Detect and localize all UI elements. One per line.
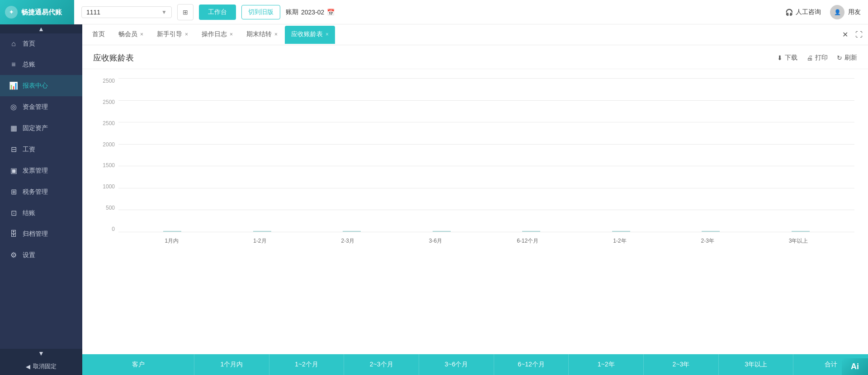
tab-home[interactable]: 首页 <box>86 26 111 44</box>
y-label-6: 500 <box>106 205 115 211</box>
tab-oplog-close[interactable]: × <box>230 31 233 38</box>
sidebar-item-ledger[interactable]: ≡ 总账 <box>0 54 82 75</box>
x-label-1-2year: 1-2年 <box>613 237 626 245</box>
tab-oplog-label: 操作日志 <box>202 30 227 38</box>
tabs-actions: ✕ ⛶ <box>840 28 864 41</box>
x-label-3plus: 3年以上 <box>789 237 808 245</box>
ledger-icon: ≡ <box>9 61 18 69</box>
tab-period-close-close[interactable]: × <box>274 31 278 38</box>
th-1-2year: 1~2年 <box>569 354 644 375</box>
sidebar-item-settings[interactable]: ⚙ 设置 <box>0 244 82 266</box>
assets-icon: ▦ <box>9 124 18 132</box>
sidebar-item-funds[interactable]: ◎ 资金管理 <box>0 96 82 117</box>
x-axis-labels: 1月内 1-2月 2-3月 3-6月 6-12个月 1-2年 2-3年 3年以上 <box>118 232 854 250</box>
sidebar-scroll-down[interactable]: ▼ <box>0 349 82 358</box>
x-label-6-12month: 6-12个月 <box>517 237 538 245</box>
x-label-1-2month: 1-2月 <box>253 237 266 245</box>
logo-text: 畅捷通易代账 <box>21 8 62 17</box>
sidebar-label-tax: 税务管理 <box>23 188 48 196</box>
expand-tabs-button[interactable]: ⛶ <box>854 29 864 41</box>
header-right: 🎧 人工咨询 👤 用友 <box>785 5 861 19</box>
refresh-button[interactable]: ↻ 刷新 <box>837 54 857 62</box>
x-label-2-3year: 2-3年 <box>701 237 714 245</box>
x-label-3-6month: 3-6月 <box>429 237 442 245</box>
home-icon: ⌂ <box>9 40 18 48</box>
bar-chart: 2500 2500 2500 2000 1500 1000 500 0 <box>96 78 854 250</box>
tab-guide[interactable]: 新手引导 × <box>151 26 194 44</box>
sidebar-item-invoice[interactable]: ▣ 发票管理 <box>0 160 82 181</box>
th-2-3year: 2~3年 <box>644 354 719 375</box>
refresh-icon: ↻ <box>837 54 842 61</box>
copy-icon: ⊞ <box>183 9 188 16</box>
tax-icon: ⊞ <box>9 188 18 196</box>
sidebar-label-home: 首页 <box>23 40 35 48</box>
ai-badge[interactable]: Ai <box>842 358 868 375</box>
y-label-3: 2000 <box>103 142 115 147</box>
tab-member-label: 畅会员 <box>118 30 137 38</box>
chart-plot-area <box>118 78 854 232</box>
sidebar-label-payroll: 工资 <box>23 145 35 154</box>
sidebar-item-archive[interactable]: 🗄 归档管理 <box>0 224 82 244</box>
user-name: 用友 <box>848 8 861 16</box>
sidebar-label-invoice: 发票管理 <box>23 167 48 175</box>
y-label-0: 2500 <box>103 78 115 84</box>
th-customer: 客户 <box>82 354 194 375</box>
sidebar-item-home[interactable]: ⌂ 首页 <box>0 33 82 54</box>
close-all-tabs-button[interactable]: ✕ <box>840 28 850 41</box>
tab-guide-close[interactable]: × <box>185 31 188 38</box>
y-label-4: 1500 <box>103 163 115 168</box>
workbench-button[interactable]: 工作台 <box>199 5 236 20</box>
sidebar-scroll-up[interactable]: ▲ <box>0 24 82 33</box>
bars-area <box>118 78 854 232</box>
headset-icon: 🎧 <box>785 9 793 16</box>
th-6-12month: 6~12个月 <box>494 354 569 375</box>
page-title: 应收账龄表 <box>93 52 134 63</box>
logo: ✦ 畅捷通易代账 <box>0 0 74 24</box>
tab-oplog[interactable]: 操作日志 × <box>195 26 239 44</box>
th-3-6month: 3~6个月 <box>419 354 494 375</box>
company-selector[interactable]: 1111 ▼ <box>81 6 172 18</box>
sidebar-item-payroll[interactable]: ⊟ 工资 <box>0 139 82 160</box>
tab-member[interactable]: 畅会员 × <box>112 26 150 44</box>
chart-container: 2500 2500 2500 2000 1500 1000 500 0 <box>82 69 868 354</box>
th-2-3month: 2~3个月 <box>344 354 419 375</box>
company-name: 1111 <box>86 9 158 16</box>
sidebar-item-assets[interactable]: ▦ 固定资产 <box>0 117 82 139</box>
page-title-bar: 应收账龄表 ⬇ 下载 🖨 打印 ↻ 刷新 <box>82 45 868 69</box>
sidebar-label-settings: 设置 <box>23 251 35 259</box>
y-label-1: 2500 <box>103 99 115 105</box>
sidebar-label-ledger: 总账 <box>23 61 35 69</box>
x-label-1month: 1月内 <box>165 237 179 245</box>
consult-button[interactable]: 🎧 人工咨询 <box>785 8 821 16</box>
user-area[interactable]: 👤 用友 <box>830 5 861 19</box>
sidebar-label-assets: 固定资产 <box>23 124 48 132</box>
tab-period-close-label: 期末结转 <box>246 30 272 38</box>
tab-ar-aging-label: 应收账龄表 <box>291 30 323 38</box>
th-3plus: 3年以上 <box>719 354 794 375</box>
period-area: 账期 2023-02 📅 <box>286 8 335 16</box>
cancel-pin-button[interactable]: ◀ 取消固定 <box>0 358 82 375</box>
sidebar-item-reports[interactable]: 📊 报表中心 <box>0 75 82 96</box>
logo-icon: ✦ <box>5 6 18 19</box>
print-icon: 🖨 <box>807 54 813 61</box>
page-content: 应收账龄表 ⬇ 下载 🖨 打印 ↻ 刷新 <box>82 45 868 375</box>
period-value: 2023-02 <box>301 9 324 16</box>
tab-member-close[interactable]: × <box>140 31 143 38</box>
print-label: 打印 <box>815 54 828 62</box>
download-icon: ⬇ <box>777 54 783 61</box>
y-label-2: 2500 <box>103 121 115 126</box>
sidebar-item-tax[interactable]: ⊞ 税务管理 <box>0 181 82 202</box>
print-button[interactable]: 🖨 打印 <box>807 54 828 62</box>
tab-guide-label: 新手引导 <box>157 30 182 38</box>
tab-period-close[interactable]: 期末结转 × <box>240 26 284 44</box>
tabs-bar: 首页 畅会员 × 新手引导 × 操作日志 × 期末结转 × 应收账龄表 × <box>82 24 868 45</box>
copy-button[interactable]: ⊞ <box>177 4 193 20</box>
sidebar-item-close[interactable]: ⊡ 结账 <box>0 202 82 224</box>
refresh-label: 刷新 <box>844 54 857 62</box>
download-button[interactable]: ⬇ 下载 <box>777 54 797 62</box>
tab-ar-aging-close[interactable]: × <box>326 31 329 38</box>
switch-version-button[interactable]: 切到旧版 <box>241 5 280 19</box>
tab-ar-aging[interactable]: 应收账龄表 × <box>285 26 335 44</box>
th-1-2month: 1~2个月 <box>269 354 344 375</box>
calendar-icon[interactable]: 📅 <box>327 9 335 16</box>
